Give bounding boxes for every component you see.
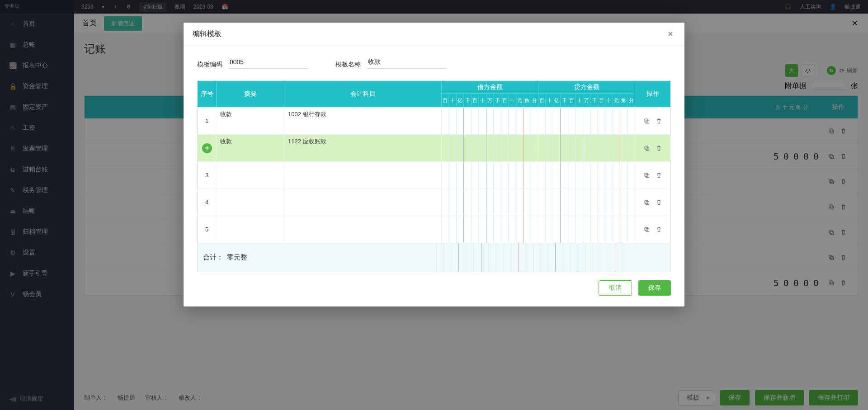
amount-digit-cell[interactable] [442, 108, 449, 134]
amount-digit-cell[interactable] [561, 216, 568, 243]
amount-digit-cell[interactable] [548, 243, 556, 272]
copy-template-row-icon[interactable] [643, 118, 650, 124]
amount-digit-cell[interactable] [600, 243, 608, 272]
amount-digit-cell[interactable] [516, 108, 524, 134]
amount-digit-cell[interactable] [568, 135, 576, 161]
amount-digit-cell[interactable] [531, 162, 538, 189]
amount-digit-cell[interactable] [479, 189, 486, 216]
amount-digit-cell[interactable] [623, 243, 630, 272]
amount-digit-cell[interactable] [583, 162, 590, 189]
template-row[interactable]: 3 [198, 161, 670, 189]
amount-digit-cell[interactable] [546, 108, 553, 134]
amount-digit-cell[interactable] [472, 216, 479, 243]
amount-digit-cell[interactable] [486, 162, 494, 189]
template-code-input[interactable] [229, 57, 308, 69]
amount-digit-cell[interactable] [613, 216, 620, 243]
copy-template-row-icon[interactable] [643, 226, 650, 233]
amount-digit-cell[interactable] [620, 135, 627, 161]
amount-digit-cell[interactable] [501, 162, 509, 189]
amount-digit-cell[interactable] [628, 135, 635, 161]
amount-digit-cell[interactable] [628, 108, 635, 134]
amount-digit-cell[interactable] [578, 243, 585, 272]
amount-digit-cell[interactable] [449, 135, 456, 161]
amount-digit-cell[interactable] [590, 108, 598, 134]
amount-digit-cell[interactable] [472, 189, 479, 216]
amount-digit-cell[interactable] [605, 162, 613, 189]
amount-digit-cell[interactable] [598, 108, 605, 134]
amount-digit-cell[interactable] [479, 135, 486, 161]
amount-digit-cell[interactable] [524, 162, 531, 189]
amount-digit-cell[interactable] [538, 162, 546, 189]
amount-digit-cell[interactable] [561, 162, 568, 189]
amount-digit-cell[interactable] [576, 216, 583, 243]
amount-digit-cell[interactable] [464, 162, 471, 189]
row-abstract[interactable]: 收款 [220, 110, 232, 118]
amount-digit-cell[interactable] [546, 189, 553, 216]
amount-digit-cell[interactable] [605, 135, 613, 161]
delete-template-row-icon[interactable] [656, 199, 662, 206]
amount-digit-cell[interactable] [563, 243, 571, 272]
amount-digit-cell[interactable] [516, 189, 524, 216]
delete-template-row-icon[interactable] [656, 145, 662, 151]
amount-digit-cell[interactable] [457, 189, 464, 216]
template-row[interactable]: 1 收款 1002 银行存款 [198, 107, 670, 134]
amount-digit-cell[interactable] [605, 216, 613, 243]
amount-digit-cell[interactable] [583, 189, 590, 216]
row-abstract[interactable]: 收款 [220, 137, 232, 146]
amount-digit-cell[interactable] [526, 243, 533, 272]
amount-digit-cell[interactable] [442, 189, 449, 216]
amount-digit-cell[interactable] [494, 216, 501, 243]
amount-digit-cell[interactable] [464, 108, 471, 134]
amount-digit-cell[interactable] [494, 162, 501, 189]
amount-digit-cell[interactable] [590, 189, 598, 216]
amount-digit-cell[interactable] [524, 216, 531, 243]
amount-digit-cell[interactable] [501, 135, 509, 161]
amount-digit-cell[interactable] [449, 189, 456, 216]
amount-digit-cell[interactable] [479, 108, 486, 134]
amount-digit-cell[interactable] [524, 108, 531, 134]
amount-digit-cell[interactable] [457, 135, 464, 161]
amount-digit-cell[interactable] [605, 189, 613, 216]
amount-digit-cell[interactable] [509, 162, 516, 189]
amount-digit-cell[interactable] [449, 108, 456, 134]
amount-digit-cell[interactable] [538, 189, 546, 216]
amount-digit-cell[interactable] [620, 108, 627, 134]
amount-digit-cell[interactable] [501, 189, 509, 216]
amount-digit-cell[interactable] [628, 162, 635, 189]
template-row[interactable]: 4 [198, 189, 670, 216]
amount-digit-cell[interactable] [598, 162, 605, 189]
copy-template-row-icon[interactable] [643, 145, 650, 151]
amount-digit-cell[interactable] [615, 243, 623, 272]
amount-digit-cell[interactable] [474, 243, 481, 272]
amount-digit-cell[interactable] [590, 216, 598, 243]
amount-digit-cell[interactable] [479, 216, 486, 243]
amount-digit-cell[interactable] [553, 135, 561, 161]
template-row[interactable]: ＋ 收款 1122 应收账款 [198, 134, 670, 161]
amount-digit-cell[interactable] [568, 216, 576, 243]
delete-template-row-icon[interactable] [656, 172, 662, 179]
amount-digit-cell[interactable] [437, 243, 444, 272]
amount-digit-cell[interactable] [531, 135, 538, 161]
amount-digit-cell[interactable] [598, 216, 605, 243]
amount-digit-cell[interactable] [608, 243, 615, 272]
amount-digit-cell[interactable] [442, 135, 449, 161]
amount-digit-cell[interactable] [628, 216, 635, 243]
amount-digit-cell[interactable] [501, 108, 509, 134]
amount-digit-cell[interactable] [568, 108, 576, 134]
amount-digit-cell[interactable] [442, 216, 449, 243]
amount-digit-cell[interactable] [541, 243, 548, 272]
amount-digit-cell[interactable] [472, 135, 479, 161]
amount-digit-cell[interactable] [464, 216, 471, 243]
amount-digit-cell[interactable] [496, 243, 504, 272]
amount-digit-cell[interactable] [593, 243, 600, 272]
amount-digit-cell[interactable] [620, 162, 627, 189]
amount-digit-cell[interactable] [486, 189, 494, 216]
amount-digit-cell[interactable] [457, 162, 464, 189]
amount-digit-cell[interactable] [538, 216, 546, 243]
delete-template-row-icon[interactable] [656, 118, 662, 124]
amount-digit-cell[interactable] [509, 216, 516, 243]
modal-save-button[interactable]: 保存 [638, 280, 671, 296]
amount-digit-cell[interactable] [561, 189, 568, 216]
amount-digit-cell[interactable] [511, 243, 519, 272]
amount-digit-cell[interactable] [472, 162, 479, 189]
